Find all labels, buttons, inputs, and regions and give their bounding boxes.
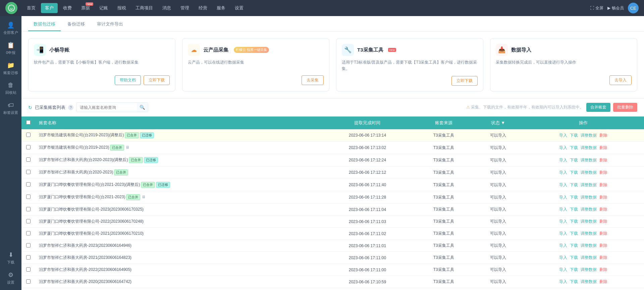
row-checkbox[interactable] xyxy=(26,255,31,260)
tab-audit-export[interactable]: 审计文件导出 xyxy=(92,18,128,31)
adjust-link[interactable]: 调整数据 xyxy=(581,207,597,212)
import-link[interactable]: 导入 xyxy=(559,267,567,272)
adjust-link[interactable]: 调整数据 xyxy=(581,133,597,138)
delete-link[interactable]: 删除 xyxy=(599,243,607,248)
row-checkbox[interactable] xyxy=(26,243,31,247)
nav-fee[interactable]: 收费 xyxy=(59,3,76,13)
row-checkbox[interactable] xyxy=(26,279,31,284)
sidebar-item-download[interactable]: ⬇ 下载 xyxy=(1,248,20,267)
adjust-link[interactable]: 调整数据 xyxy=(581,219,597,224)
delete-link[interactable]: 删除 xyxy=(599,133,607,138)
adjust-link[interactable]: 调整数据 xyxy=(581,145,597,150)
download-link[interactable]: 下载 xyxy=(570,231,578,236)
card-btn-t3-download[interactable]: 立即下载 xyxy=(451,76,478,86)
import-link[interactable]: 导入 xyxy=(559,158,567,162)
import-link[interactable]: 导入 xyxy=(559,145,567,150)
search-input[interactable] xyxy=(76,103,137,112)
download-link[interactable]: 下载 xyxy=(570,207,578,212)
nav-tax[interactable]: 报税 xyxy=(113,3,130,13)
download-link[interactable]: 下载 xyxy=(570,158,578,162)
download-link[interactable]: 下载 xyxy=(570,279,578,284)
search-button[interactable]: 🔍 xyxy=(137,103,148,112)
adjust-link[interactable]: 调整数据 xyxy=(581,279,597,284)
row-checkbox[interactable] xyxy=(26,133,31,137)
nav-operation[interactable]: 经营 xyxy=(195,3,211,13)
sidebar-item-tags[interactable]: 🏷 标签设置 xyxy=(1,99,20,118)
nav-invoice[interactable]: 票据 new xyxy=(77,3,94,13)
nav-message[interactable]: 消息 xyxy=(158,3,175,13)
delete-link[interactable]: 删除 xyxy=(599,231,607,236)
sidebar-item-zero-report[interactable]: 📋 0申报 xyxy=(1,39,20,58)
delete-link[interactable]: 删除 xyxy=(599,195,607,200)
row-checkbox[interactable] xyxy=(26,207,31,211)
user-avatar[interactable]: CE xyxy=(628,3,639,13)
download-link[interactable]: 下载 xyxy=(570,243,578,248)
delete-link[interactable]: 删除 xyxy=(599,207,607,212)
row-checkbox[interactable] xyxy=(26,231,31,235)
tab-backup-migrate[interactable]: 备份迁移 xyxy=(62,18,90,31)
download-link[interactable]: 下载 xyxy=(570,255,578,260)
adjust-link[interactable]: 调整数据 xyxy=(581,243,597,248)
nav-bookkeeping[interactable]: 记账 xyxy=(95,3,112,13)
sidebar-item-account-migrate[interactable]: 📁 账套迁移 xyxy=(1,59,20,78)
import-link[interactable]: 导入 xyxy=(559,170,567,175)
delete-link[interactable]: 删除 xyxy=(599,170,607,175)
delete-link[interactable]: 删除 xyxy=(599,255,607,260)
import-link[interactable]: 导入 xyxy=(559,279,567,284)
delete-link[interactable]: 删除 xyxy=(599,279,607,284)
import-link[interactable]: 导入 xyxy=(559,255,567,260)
fullscreen-button[interactable]: ⛶ 全屏 xyxy=(590,5,603,11)
download-link[interactable]: 下载 xyxy=(570,145,578,150)
nav-customer[interactable]: 客户 xyxy=(41,3,58,13)
delete-link[interactable]: 删除 xyxy=(599,219,607,224)
select-all-checkbox[interactable] xyxy=(26,120,31,125)
download-link[interactable]: 下载 xyxy=(570,195,578,200)
batch-delete-button[interactable]: 批量删除 xyxy=(613,103,637,112)
sidebar-item-settings[interactable]: ⚙ 设置 xyxy=(1,269,20,287)
card-btn-collect[interactable]: 去采集 xyxy=(302,75,324,85)
delete-link[interactable]: 删除 xyxy=(599,267,607,272)
row-checkbox[interactable] xyxy=(26,157,31,162)
download-link[interactable]: 下载 xyxy=(570,170,578,175)
adjust-link[interactable]: 调整数据 xyxy=(581,255,597,260)
merge-button[interactable]: 合并账套 xyxy=(586,103,610,112)
sidebar-item-recycle[interactable]: 🗑 回收站 xyxy=(1,79,20,98)
import-link[interactable]: 导入 xyxy=(559,133,567,138)
row-checkbox[interactable] xyxy=(26,182,31,187)
nav-settings[interactable]: 设置 xyxy=(231,3,248,13)
delete-link[interactable]: 删除 xyxy=(599,145,607,150)
member-button[interactable]: ▶ 畅会员 xyxy=(607,5,624,11)
download-link[interactable]: 下载 xyxy=(570,183,578,187)
import-link[interactable]: 导入 xyxy=(559,231,567,236)
card-btn-import[interactable]: 去导入 xyxy=(609,75,632,85)
download-link[interactable]: 下载 xyxy=(570,133,578,138)
row-checkbox[interactable] xyxy=(26,195,31,199)
card-btn-help[interactable]: 帮助文档 xyxy=(115,75,141,85)
nav-service[interactable]: 服务 xyxy=(213,3,229,13)
delete-link[interactable]: 删除 xyxy=(599,183,607,187)
adjust-link[interactable]: 调整数据 xyxy=(581,158,597,162)
nav-business[interactable]: 工商项目 xyxy=(131,3,157,13)
row-checkbox[interactable] xyxy=(26,170,31,174)
nav-home[interactable]: 首页 xyxy=(23,3,40,13)
row-checkbox[interactable] xyxy=(26,145,31,149)
nav-management[interactable]: 管理 xyxy=(176,3,193,13)
row-checkbox[interactable] xyxy=(26,219,31,223)
import-link[interactable]: 导入 xyxy=(559,207,567,212)
import-link[interactable]: 导入 xyxy=(559,243,567,248)
download-link[interactable]: 下载 xyxy=(570,267,578,272)
adjust-link[interactable]: 调整数据 xyxy=(581,183,597,187)
delete-link[interactable]: 删除 xyxy=(599,158,607,162)
sidebar-item-all-customers[interactable]: 👤 全部客户 xyxy=(1,19,20,38)
import-link[interactable]: 导入 xyxy=(559,195,567,200)
adjust-link[interactable]: 调整数据 xyxy=(581,195,597,200)
row-checkbox[interactable] xyxy=(26,267,31,272)
app-logo[interactable] xyxy=(5,2,17,14)
adjust-link[interactable]: 调整数据 xyxy=(581,170,597,175)
download-link[interactable]: 下载 xyxy=(570,219,578,224)
adjust-link[interactable]: 调整数据 xyxy=(581,267,597,272)
refresh-icon[interactable]: ↻ xyxy=(28,105,32,110)
adjust-link[interactable]: 调整数据 xyxy=(581,231,597,236)
tab-data-migrate[interactable]: 数据包迁移 xyxy=(28,18,61,31)
card-btn-download[interactable]: 立即下载 xyxy=(144,75,170,85)
